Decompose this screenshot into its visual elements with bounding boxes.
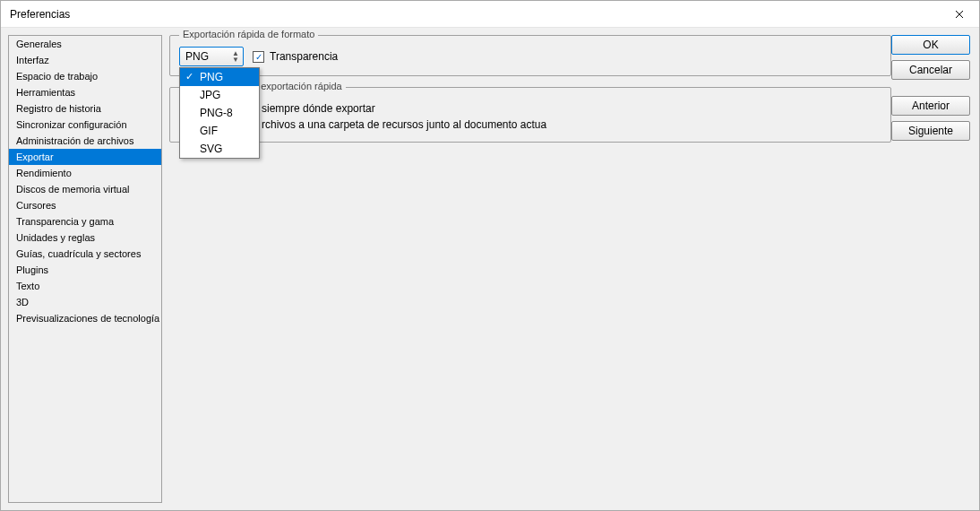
option-label: rchivos a una carpeta de recursos junto … [262, 118, 546, 131]
sidebar-item-registro-de-historia[interactable]: Registro de historia [9, 100, 161, 117]
close-icon [955, 10, 964, 19]
section-quick-export-location: e exportación rápida siempre dónde expor… [169, 87, 891, 143]
close-button[interactable] [940, 1, 979, 28]
main-panel: Exportación rápida de formato PNG ▲▼ PNG… [169, 28, 891, 510]
sidebar-item-plugins[interactable]: Plugins [9, 262, 161, 278]
cancel-button[interactable]: Cancelar [891, 60, 970, 80]
sidebar-item-discos-de-memoria-virtual[interactable]: Discos de memoria virtual [9, 181, 161, 197]
titlebar: Preferencias [1, 1, 979, 28]
transparency-checkbox[interactable]: ✓ [253, 51, 264, 63]
section-title: Exportación rápida de formato [179, 29, 318, 39]
prev-button[interactable]: Anterior [891, 96, 970, 116]
next-button[interactable]: Siguiente [891, 121, 970, 141]
window-title: Preferencias [10, 8, 70, 21]
format-dropdown: PNGJPGPNG-8GIFSVG [179, 67, 260, 159]
select-arrows-icon: ▲▼ [232, 50, 239, 63]
sidebar-item-interfaz[interactable]: Interfaz [9, 52, 161, 68]
sidebar-item-transparencia-y-gama[interactable]: Transparencia y gama [9, 213, 161, 230]
sidebar-item-herramientas[interactable]: Herramientas [9, 84, 161, 100]
sidebar-item-previsualizaciones-de-tecnología[interactable]: Previsualizaciones de tecnología [9, 310, 161, 326]
sidebar-item-espacio-de-trabajo[interactable]: Espacio de trabajo [9, 68, 161, 84]
sidebar-item-administración-de-archivos[interactable]: Administración de archivos [9, 133, 161, 149]
sidebar-item-exportar[interactable]: Exportar [9, 149, 161, 165]
dropdown-option-svg[interactable]: SVG [180, 140, 259, 158]
transparency-label: Transparencia [270, 50, 338, 63]
sidebar-item-generales[interactable]: Generales [9, 36, 161, 52]
ok-button[interactable]: OK [891, 35, 970, 55]
section-title: e exportación rápida [249, 81, 346, 91]
format-select-value: PNG [185, 50, 209, 63]
dropdown-option-png[interactable]: PNG [180, 68, 259, 86]
sidebar-item-cursores[interactable]: Cursores [9, 197, 161, 213]
dropdown-option-gif[interactable]: GIF [180, 122, 259, 140]
sidebar-item-sincronizar-configuración[interactable]: Sincronizar configuración [9, 117, 161, 133]
dropdown-option-png-8[interactable]: PNG-8 [180, 104, 259, 122]
sidebar: GeneralesInterfazEspacio de trabajoHerra… [8, 35, 162, 503]
section-quick-export-format: Exportación rápida de formato PNG ▲▼ PNG… [169, 35, 891, 76]
option-label: siempre dónde exportar [262, 102, 375, 115]
sidebar-item-3d[interactable]: 3D [9, 294, 161, 310]
dropdown-option-jpg[interactable]: JPG [180, 86, 259, 104]
sidebar-item-guías,-cuadrícula-y-sectores[interactable]: Guías, cuadrícula y sectores [9, 246, 161, 262]
dialog-buttons: OK Cancelar Anterior Siguiente [891, 28, 979, 510]
format-select[interactable]: PNG ▲▼ PNGJPGPNG-8GIFSVG [179, 47, 244, 66]
sidebar-item-rendimiento[interactable]: Rendimiento [9, 165, 161, 181]
sidebar-item-texto[interactable]: Texto [9, 278, 161, 294]
sidebar-item-unidades-y-reglas[interactable]: Unidades y reglas [9, 230, 161, 246]
